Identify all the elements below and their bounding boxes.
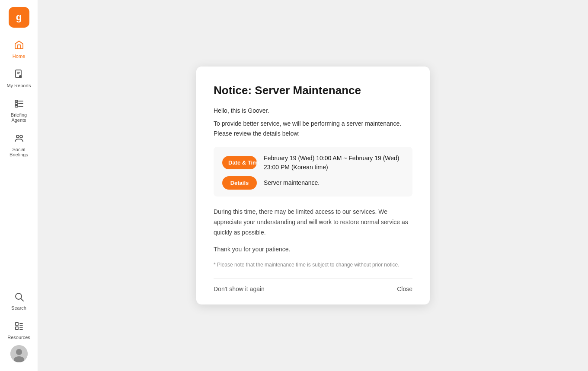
dont-show-button[interactable]: Don't show it again	[214, 285, 265, 292]
briefing-icon	[14, 98, 24, 111]
sidebar-item-label-search: Search	[11, 305, 26, 311]
main-content: Notice: Server Maintenance Hello, this i…	[38, 0, 588, 371]
app-logo[interactable]: g	[9, 7, 29, 28]
social-icon	[14, 133, 24, 145]
sidebar: g Home AI My Reports	[0, 0, 38, 371]
details-value: Server maintenance.	[264, 178, 320, 187]
modal-body-text: During this time, there may be limited a…	[214, 207, 412, 238]
modal-title: Notice: Server Maintenance	[214, 84, 412, 97]
reports-icon: AI	[14, 69, 24, 81]
svg-text:AI: AI	[19, 76, 21, 78]
home-icon	[14, 40, 24, 52]
sidebar-item-label-home: Home	[13, 54, 25, 59]
modal-intro: Hello, this is Goover.	[214, 106, 412, 115]
sidebar-item-label-resources: Resources	[7, 335, 30, 340]
sidebar-item-label-reports: My Reports	[6, 83, 31, 88]
modal-overlay: Notice: Server Maintenance Hello, this i…	[38, 0, 588, 371]
sidebar-item-search[interactable]: Search	[0, 286, 38, 316]
modal-footer: Don't show it again Close	[214, 278, 412, 292]
svg-rect-5	[15, 105, 18, 107]
sidebar-item-label-briefing: Briefing Agents	[3, 112, 34, 123]
details-badge: Details	[222, 176, 257, 190]
svg-rect-3	[15, 100, 18, 102]
avatar[interactable]	[10, 345, 28, 362]
sidebar-item-briefing-agents[interactable]: Briefing Agents	[0, 93, 38, 128]
svg-line-12	[21, 299, 23, 301]
sidebar-item-label-social: Social Briefings	[3, 147, 34, 157]
maintenance-modal: Notice: Server Maintenance Hello, this i…	[196, 67, 430, 304]
logo-letter: g	[16, 12, 22, 23]
svg-point-18	[16, 349, 22, 355]
modal-footnote: * Please note that the maintenance time …	[214, 262, 412, 268]
maintenance-info-box: Date & Time February 19 (Wed) 10:00 AM ~…	[214, 147, 412, 197]
modal-thanks-text: Thank you for your patience.	[214, 244, 412, 255]
date-badge: Date & Time	[222, 156, 257, 169]
sidebar-item-home[interactable]: Home	[0, 35, 38, 64]
close-button[interactable]: Close	[397, 285, 412, 292]
sidebar-item-my-reports[interactable]: AI My Reports	[0, 64, 38, 93]
resources-icon	[14, 321, 24, 333]
details-row: Details Server maintenance.	[222, 176, 404, 190]
svg-rect-4	[15, 103, 18, 105]
date-value: February 19 (Wed) 10:00 AM ~ February 19…	[264, 154, 404, 172]
modal-description: To provide better service, we will be pe…	[214, 119, 412, 138]
sidebar-item-resources[interactable]: Resources	[0, 316, 38, 345]
date-time-row: Date & Time February 19 (Wed) 10:00 AM ~…	[222, 154, 404, 172]
svg-point-10	[20, 135, 22, 138]
search-icon	[14, 292, 24, 304]
svg-point-9	[16, 135, 19, 138]
sidebar-item-social-briefings[interactable]: Social Briefings	[0, 128, 38, 162]
